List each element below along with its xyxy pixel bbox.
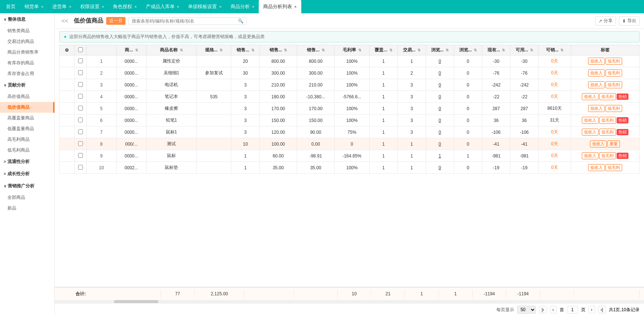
search-input[interactable]: [132, 18, 237, 24]
col-price-header[interactable]: 销售... ⇅: [259, 45, 297, 55]
sidebar-item-all-goods[interactable]: 全部商品: [0, 192, 54, 203]
row-checkbox[interactable]: [74, 115, 86, 126]
nav-sales[interactable]: 销货单 ×: [20, 0, 48, 13]
row-checkbox-input[interactable]: [78, 106, 83, 111]
sidebar-item-traded[interactable]: 交易过的商品: [0, 36, 54, 47]
sidebar-item-new-goods[interactable]: 新品: [0, 203, 54, 214]
col-available-header[interactable]: 可用... ⇅: [510, 45, 539, 55]
nav-permission[interactable]: 权限设置 ×: [76, 0, 108, 13]
row-checkbox-input[interactable]: [78, 94, 83, 99]
prev-page-btn[interactable]: ‹: [550, 306, 557, 313]
table-row: 7 0000... 鼠标1 3 120.00 90.00 75% 1 3 0 0…: [60, 126, 640, 138]
row-checkbox[interactable]: [74, 79, 86, 91]
tag-hot: 热销: [617, 129, 628, 135]
last-page-btn[interactable]: ›|: [598, 306, 606, 313]
sidebar-item-low-value[interactable]: 低价值商品: [0, 102, 54, 113]
row-checkbox[interactable]: [74, 67, 86, 79]
nav-purchase[interactable]: 进货单 ×: [48, 0, 76, 13]
row-checkbox-input[interactable]: [78, 153, 83, 158]
row-checkbox-input[interactable]: [78, 82, 83, 87]
row-checkbox[interactable]: [74, 150, 86, 162]
col-browse1-header[interactable]: 浏览... ⇅: [426, 45, 454, 55]
browse1-link[interactable]: 1: [439, 153, 441, 159]
next-page-btn[interactable]: ›: [588, 306, 595, 313]
first-page-btn[interactable]: |‹: [539, 306, 547, 313]
col-cover-header[interactable]: 覆盖... ⇅: [369, 45, 398, 55]
col-settings[interactable]: ⚙: [60, 45, 75, 55]
share-btn[interactable]: ↗ 分享: [595, 16, 616, 26]
close-role[interactable]: ×: [134, 4, 137, 9]
row-checkbox[interactable]: [74, 55, 86, 67]
sidebar-item-stock-goods[interactable]: 有库存的商品: [0, 58, 54, 68]
browse1-link[interactable]: 0: [439, 71, 441, 76]
sidebar-item-high-coverage[interactable]: 高覆盖量商品: [0, 113, 54, 123]
row-checkbox-input[interactable]: [78, 58, 83, 63]
col-amount-header[interactable]: 销售... ⇅: [297, 45, 334, 55]
browse1-link[interactable]: 0: [439, 59, 441, 64]
sidebar-item-category-rate[interactable]: 商品分类销售率: [0, 47, 54, 58]
browse1-link[interactable]: 0: [439, 118, 441, 123]
row-checkbox[interactable]: [74, 138, 86, 150]
nav-analysis[interactable]: 商品分析 ×: [226, 0, 259, 13]
nav-stock[interactable]: 产成品入库单 ×: [141, 0, 184, 13]
nav-analysis-list[interactable]: 商品分析列表 ×: [259, 0, 301, 13]
col-browse2-header[interactable]: 浏览... ⇅: [454, 45, 482, 55]
col-name-header[interactable]: 商品名称 ⇅: [146, 45, 196, 55]
browse1-link[interactable]: 0: [439, 142, 441, 147]
close-stock[interactable]: ×: [177, 4, 179, 9]
close-analysis-list[interactable]: ×: [294, 4, 296, 9]
col-trade-header[interactable]: 交易... ⇅: [398, 45, 426, 55]
sidebar-item-high-margin[interactable]: 高毛利商品: [0, 134, 54, 145]
sidebar-group-growth[interactable]: > 成长性分析: [0, 168, 54, 180]
sidebar-item-high-value[interactable]: 高价值商品: [0, 91, 54, 102]
sidebar-item-sales-goods[interactable]: 销售类商品: [0, 26, 54, 36]
close-analysis[interactable]: ×: [252, 4, 254, 9]
row-checkbox-input[interactable]: [78, 129, 83, 134]
col-saleable-header[interactable]: 可销... ⇅: [539, 45, 571, 55]
col-checkbox[interactable]: [74, 45, 86, 55]
sidebar-item-low-coverage[interactable]: 低覆盖量商品: [0, 123, 54, 134]
sidebar-group-circulation[interactable]: > 流通性分析: [0, 156, 54, 168]
search-icon[interactable]: 🔍: [238, 18, 244, 24]
sidebar-group-marketing[interactable]: ∨ 营销推广分析: [0, 180, 54, 192]
browse1-link[interactable]: 0: [439, 94, 441, 99]
export-btn[interactable]: ⬇ 导出: [619, 16, 640, 26]
row-checkbox-input[interactable]: [78, 118, 83, 122]
sidebar-group-overall[interactable]: ∨ 整体信息: [0, 13, 54, 26]
sidebar-item-capital[interactable]: 库存资金占用: [0, 68, 54, 79]
nav-home[interactable]: 首页: [1, 0, 20, 13]
browse1-link[interactable]: 0: [439, 82, 441, 88]
h-scrollbar[interactable]: [55, 300, 644, 303]
row-checkbox[interactable]: [74, 91, 86, 103]
row-checkbox-input[interactable]: [78, 141, 83, 146]
row-checkbox[interactable]: [74, 103, 86, 115]
row-checkbox-input[interactable]: [78, 70, 83, 75]
total-empty1: [89, 290, 161, 298]
close-permission[interactable]: ×: [102, 4, 104, 9]
row-checkbox[interactable]: [74, 126, 86, 138]
filter-recent-month-btn[interactable]: 近一月: [106, 17, 125, 25]
select-all-checkbox[interactable]: [78, 47, 83, 52]
sidebar-item-low-margin[interactable]: 低毛利商品: [0, 145, 54, 156]
col-qty-header[interactable]: 销售... ⇅: [231, 45, 259, 55]
h-scrollbar-thumb[interactable]: [114, 300, 158, 303]
sidebar-group-contribution[interactable]: ∨ 贡献分析: [0, 79, 54, 91]
page-size-select[interactable]: 50 100 200: [517, 306, 536, 314]
col-current-header[interactable]: 现有... ⇅: [482, 45, 510, 55]
row-no: 2: [86, 67, 116, 79]
nav-template[interactable]: 单据模板设置 ×: [184, 0, 226, 13]
browse1-link[interactable]: 0: [439, 106, 441, 111]
col-code-header[interactable]: 商... ⇅: [116, 45, 146, 55]
col-spec-header[interactable]: 规格... ⇅: [196, 45, 231, 55]
collapse-btn[interactable]: <<: [59, 18, 71, 24]
nav-role[interactable]: 角色授权 ×: [108, 0, 141, 13]
close-purchase[interactable]: ×: [69, 4, 71, 9]
browse1-link[interactable]: 0: [439, 165, 441, 170]
close-sales[interactable]: ×: [41, 4, 43, 9]
close-template[interactable]: ×: [219, 4, 221, 9]
col-margin-header[interactable]: 毛利率 ⇅: [335, 45, 370, 55]
row-checkbox[interactable]: [74, 162, 86, 174]
current-page-input[interactable]: [567, 306, 578, 313]
row-checkbox-input[interactable]: [78, 165, 83, 170]
browse1-link[interactable]: 0: [439, 130, 441, 135]
